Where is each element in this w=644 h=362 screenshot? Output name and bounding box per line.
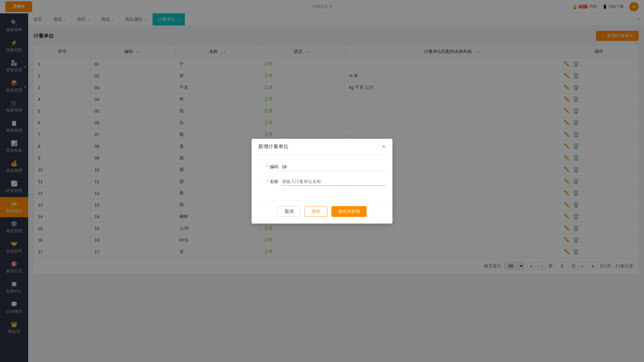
save-and-new-button[interactable]: 保存并新增 [331, 206, 367, 217]
modal-title: 新增计量单位 [258, 143, 288, 150]
modal-box: 新增计量单位 ✕ 编码 名称 取消 保存 保存并新增 [252, 139, 392, 224]
form-label-name: 名称 [258, 179, 278, 185]
form-input-name[interactable] [281, 178, 386, 186]
form-input-code[interactable] [281, 163, 386, 171]
modal-overlay: 新增计量单位 ✕ 编码 名称 取消 保存 保存并新增 [0, 0, 644, 362]
save-button[interactable]: 保存 [305, 206, 327, 217]
modal-header: 新增计量单位 ✕ [252, 139, 392, 155]
form-label-code: 编码 [258, 164, 278, 170]
modal-footer: 取消 保存 保存并新增 [252, 200, 392, 224]
modal-close-button[interactable]: ✕ [381, 143, 386, 150]
form-row-code: 编码 [258, 163, 386, 171]
form-row-name: 名称 [258, 178, 386, 186]
cancel-button[interactable]: 取消 [278, 206, 301, 217]
modal-body: 编码 名称 [252, 155, 392, 200]
